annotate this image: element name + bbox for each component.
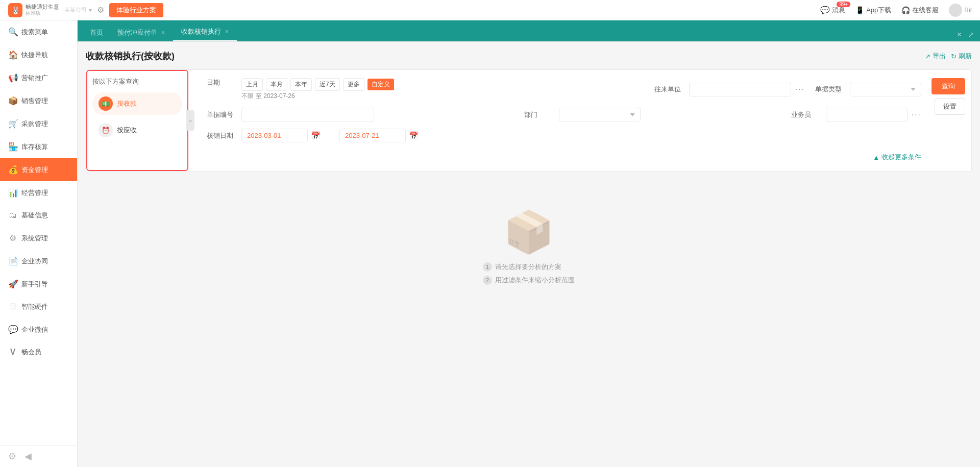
doc-no-input[interactable] xyxy=(241,108,374,121)
export-button[interactable]: ↗ 导出 xyxy=(925,52,946,61)
sidebar-item-marketing[interactable]: 📢 营销推广 xyxy=(0,66,77,89)
page-title: 收款核销执行(按收款) xyxy=(86,50,175,62)
logo-text: 畅捷通好生意 标准版 xyxy=(26,4,59,16)
chevron-down-icon: ▾ xyxy=(89,7,92,14)
logo-symbol: 🐰 xyxy=(11,6,20,14)
settings-button[interactable]: 设置 xyxy=(935,99,965,115)
sales-icon: 📦 xyxy=(8,96,17,106)
guide-icon: 🚀 xyxy=(8,279,17,289)
date-label: 日期 xyxy=(207,78,237,87)
sidebar-item-system[interactable]: ⚙ 系统管理 xyxy=(0,227,77,250)
message-button[interactable]: 消息 99+ xyxy=(820,6,845,15)
date-btn-more[interactable]: 更多 xyxy=(343,78,364,91)
receivable-icon: ⏰ xyxy=(99,123,113,137)
search-icon: 🔍 xyxy=(8,27,17,37)
sidebar-item-purchase[interactable]: 🛒 采购管理 xyxy=(0,112,77,135)
main-layout: 🔍 搜索菜单 🏠 快捷导航 📢 营销推广 📦 销售管理 🛒 采购管理 🏪 库存核… xyxy=(0,20,980,467)
collapse-sidebar-icon[interactable]: ◀ xyxy=(24,451,32,462)
tab-home[interactable]: 首页 xyxy=(84,24,109,41)
sidebar-item-base[interactable]: 🗂 基础信息 xyxy=(0,204,77,227)
solution-button[interactable]: 体验行业方案 xyxy=(109,3,163,17)
user-avatar[interactable]: Rit xyxy=(949,4,972,17)
sidebar-item-wechat[interactable]: 💬 企业微信 xyxy=(0,318,77,341)
page-content: 收款核销执行(按收款) ↗ 导出 ↻ 刷新 按以下方案查询 xyxy=(78,42,980,467)
collect-icon: 💵 xyxy=(99,96,113,111)
filter-row-1: 日期 上月 本月 本年 近7天 更多 自定义 xyxy=(207,78,921,101)
marketing-icon: 📢 xyxy=(8,73,17,83)
query-actions: 查询 设置 xyxy=(932,70,971,171)
empty-text-item-1: 1 请先选择要分析的方案 xyxy=(483,262,575,272)
sidebar-item-biz[interactable]: 📊 经营管理 xyxy=(0,181,77,204)
writeoff-date-start-input[interactable] xyxy=(241,129,308,142)
date-btn-last-month[interactable]: 上月 xyxy=(241,78,263,91)
tab-right-icons: × ⤢ xyxy=(957,30,974,41)
company-selector[interactable]: 某某公司 ▾ xyxy=(64,6,92,14)
date-range-dash: — xyxy=(327,132,333,139)
sidebar-item-corp[interactable]: 📄 企业协同 xyxy=(0,250,77,273)
filter-row-2: 单据编号 部门 业务员 ··· xyxy=(207,108,921,121)
tab-collect[interactable]: 收款核销执行 × xyxy=(173,23,237,41)
refresh-button[interactable]: ↻ 刷新 xyxy=(951,52,972,61)
base-icon: 🗂 xyxy=(8,211,17,220)
finance-icon: 💰 xyxy=(8,165,17,175)
aside-collapse-button[interactable]: » xyxy=(186,110,194,131)
empty-text-item-2: 2 用过滤条件来缩小分析范围 xyxy=(483,276,575,285)
tab-expand-icon[interactable]: ⤢ xyxy=(968,31,974,39)
service-button[interactable]: 在线客服 xyxy=(901,6,939,15)
doc-type-select[interactable] xyxy=(850,83,921,96)
settings-bottom-icon[interactable]: ⚙ xyxy=(8,451,16,462)
biz-icon: 📊 xyxy=(8,188,17,198)
message-icon xyxy=(820,6,830,15)
tab-close-all-icon[interactable]: × xyxy=(957,30,962,39)
sidebar-item-inventory[interactable]: 🏪 库存核算 xyxy=(0,135,77,158)
writeoff-date-start-group: 📅 xyxy=(241,129,321,142)
tab-collect-close[interactable]: × xyxy=(225,28,229,35)
sidebar-item-quicknav[interactable]: 🏠 快捷导航 xyxy=(0,43,77,66)
filter-right: 日期 上月 本月 本年 近7天 更多 自定义 xyxy=(197,70,932,171)
date-to-text: 至 2023-07-26 xyxy=(256,92,295,101)
staff-more-icon[interactable]: ··· xyxy=(912,110,921,119)
app-download-button[interactable]: App下载 xyxy=(855,6,891,15)
date-unlimited-text: 不限 xyxy=(241,92,254,101)
empty-state: 📦 1 请先选择要分析的方案 2 用过滤条件来缩小分析范围 xyxy=(86,178,972,315)
sidebar-item-member[interactable]: V 畅会员 xyxy=(0,341,77,363)
counterpart-more-icon[interactable]: ··· xyxy=(795,85,805,94)
counterpart-input[interactable] xyxy=(689,83,791,96)
collapse-more-conditions[interactable]: ▲ 收起更多条件 xyxy=(207,150,921,163)
doc-no-label: 单据编号 xyxy=(207,110,237,119)
tab-prepay[interactable]: 预付冲应付单 × xyxy=(109,24,173,41)
calendar-end-icon[interactable]: 📅 xyxy=(409,131,419,140)
header-actions: ↗ 导出 ↻ 刷新 xyxy=(925,52,972,61)
sidebar-item-guide[interactable]: 🚀 新手引导 xyxy=(0,273,77,296)
filter-row-3: 核销日期 📅 — 📅 xyxy=(207,129,921,142)
system-icon: ⚙ xyxy=(8,233,17,243)
dept-select[interactable] xyxy=(559,108,641,121)
filter-by-collect[interactable]: 💵 按收款 xyxy=(92,92,182,115)
staff-input[interactable] xyxy=(826,108,908,121)
filter-by-receivable[interactable]: ⏰ 按应收 xyxy=(92,119,182,141)
calendar-start-icon[interactable]: 📅 xyxy=(311,131,321,140)
empty-illustration: 📦 xyxy=(503,208,554,256)
writeoff-date-end-input[interactable] xyxy=(339,129,406,142)
date-buttons: 上月 本月 本年 近7天 更多 自定义 xyxy=(241,78,394,91)
sidebar-item-sales[interactable]: 📦 销售管理 xyxy=(0,89,77,112)
sidebar-item-finance[interactable]: 💰 资金管理 xyxy=(0,158,77,181)
topbar-right: 消息 99+ App下载 在线客服 Rit xyxy=(820,4,972,17)
topbar: 🐰 畅捷通好生意 标准版 某某公司 ▾ 体验行业方案 消息 99+ App下载 xyxy=(0,0,980,20)
sidebar-bottom: ⚙ ◀ xyxy=(0,445,77,467)
content-area: 首页 预付冲应付单 × 收款核销执行 × × ⤢ 收款核销执行(按收款) xyxy=(78,20,980,467)
app-icon xyxy=(855,6,864,14)
tab-prepay-close[interactable]: × xyxy=(161,29,165,36)
date-btn-this-month[interactable]: 本月 xyxy=(266,78,287,91)
settings-icon[interactable] xyxy=(97,5,104,15)
staff-label: 业务员 xyxy=(791,110,822,119)
sidebar: 🔍 搜索菜单 🏠 快捷导航 📢 营销推广 📦 销售管理 🛒 采购管理 🏪 库存核… xyxy=(0,20,78,467)
date-btn-this-year[interactable]: 本年 xyxy=(290,78,312,91)
topbar-left: 🐰 畅捷通好生意 标准版 某某公司 ▾ 体验行业方案 xyxy=(8,3,163,17)
export-icon: ↗ xyxy=(925,53,930,60)
query-button[interactable]: 查询 xyxy=(932,78,965,94)
sidebar-item-search[interactable]: 🔍 搜索菜单 xyxy=(0,20,77,43)
date-btn-7days[interactable]: 近7天 xyxy=(315,78,340,91)
sidebar-item-hardware[interactable]: 🖥 智能硬件 xyxy=(0,296,77,318)
page-header: 收款核销执行(按收款) ↗ 导出 ↻ 刷新 xyxy=(86,50,972,62)
